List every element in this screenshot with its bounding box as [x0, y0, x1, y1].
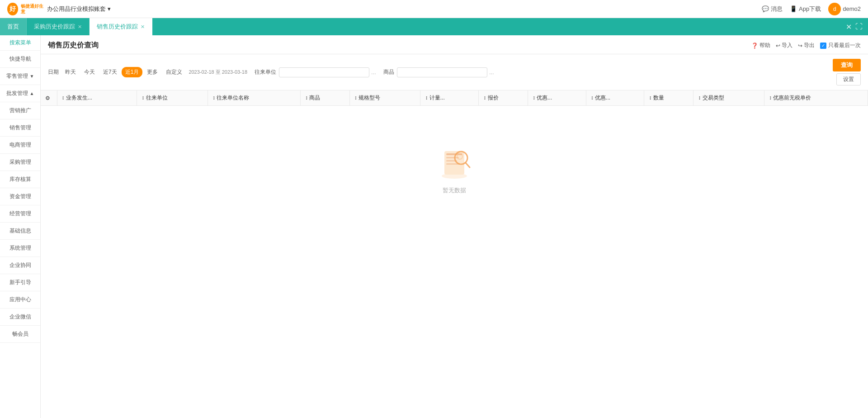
sidebar-ecommerce-mgmt-label: 电商管理: [9, 141, 31, 149]
import-button[interactable]: ↩ 导入: [776, 42, 793, 49]
sidebar-item-system-mgmt[interactable]: 系统管理: [0, 240, 40, 257]
sidebar-item-inventory[interactable]: 库存核算: [0, 171, 40, 188]
th-quote-price[interactable]: ↕ 报价: [479, 90, 528, 106]
app-download-button[interactable]: 📱 App下载: [790, 5, 821, 13]
th-partner-code[interactable]: ↕ 往来单位: [137, 90, 208, 106]
partner-input[interactable]: [279, 67, 369, 77]
th-discount2[interactable]: ↕ 优惠...: [586, 90, 644, 106]
sidebar-item-sales-mgmt[interactable]: 销售管理: [0, 119, 40, 137]
date-filter-group: 日期 昨天 今天 近7天 近1月 更多 自定义 2023-02-18 至 202…: [48, 67, 247, 77]
sidebar-sales-mgmt-label: 销售管理: [9, 124, 31, 132]
msg-button[interactable]: 💬 消息: [762, 5, 783, 13]
goods-filter-group: 商品 ...: [383, 67, 494, 77]
filter-right: 查询 设置: [833, 59, 861, 86]
export-button[interactable]: ↪ 导出: [798, 42, 815, 49]
sidebar-item-enterprise-coop[interactable]: 企业协同: [0, 257, 40, 274]
goods-input[interactable]: [397, 67, 487, 77]
sidebar-item-ecommerce-mgmt[interactable]: 电商管理: [0, 137, 40, 154]
header-left: 好 畅捷通好生意 办公用品行业模拟账套 ▾: [7, 3, 111, 15]
user-avatar-button[interactable]: d demo2: [828, 3, 861, 15]
tab-purchase-history[interactable]: 采购历史价跟踪 ✕: [27, 18, 90, 35]
partner-dots[interactable]: ...: [371, 69, 376, 76]
date-btn-1month[interactable]: 近1月: [122, 67, 143, 77]
empty-text: 暂无数据: [443, 186, 466, 195]
tab-home[interactable]: 首页: [0, 18, 27, 35]
th-unit[interactable]: ↕ 计量...: [420, 90, 479, 106]
svg-line-7: [466, 163, 470, 167]
sidebar-item-ops-mgmt[interactable]: 经营管理: [0, 205, 40, 223]
sidebar-new-guide-label: 新手引导: [9, 279, 31, 286]
date-btn-today[interactable]: 今天: [80, 67, 99, 77]
th-settings[interactable]: ⚙: [41, 90, 57, 106]
tab-sales-history-close[interactable]: ✕: [141, 24, 145, 30]
sidebar-item-marketing[interactable]: 营销推广: [0, 102, 40, 119]
workspace-selector[interactable]: 办公用品行业模拟账套 ▾: [47, 5, 111, 13]
th-trade-type[interactable]: ↕ 交易类型: [693, 90, 764, 106]
th-discount2-label: ↕ 优惠...: [591, 95, 610, 101]
only-last-wrapper[interactable]: ✓ 只看最后一次: [820, 42, 861, 49]
th-pre-tax-price[interactable]: ↕ 优惠前无税单价: [764, 90, 868, 106]
sidebar-quick-nav-label: 快捷导航: [9, 55, 31, 63]
th-discount1-label: ↕ 优惠...: [533, 95, 552, 101]
query-button[interactable]: 查询: [833, 59, 861, 71]
import-icon: ↩: [776, 43, 780, 49]
retail-mgmt-arrow-icon: ▼: [30, 74, 34, 79]
th-pre-tax-price-label: ↕ 优惠前无税单价: [769, 95, 811, 101]
date-filter-label: 日期: [48, 68, 59, 76]
sidebar-item-basic-info[interactable]: 基础信息: [0, 223, 40, 240]
date-btn-custom[interactable]: 自定义: [162, 67, 186, 77]
sidebar: 搜索菜单 快捷导航 零售管理 ▼ 批发管理 ▲ 营销推广 销售管理 电商管理 采…: [0, 35, 41, 418]
date-btn-7days[interactable]: 近7天: [99, 67, 121, 77]
date-btn-yesterday[interactable]: 昨天: [61, 67, 80, 77]
tab-purchase-history-label: 采购历史价跟踪: [34, 23, 75, 31]
help-button[interactable]: ❓ 帮助: [751, 42, 770, 49]
sidebar-item-finance-mgmt[interactable]: 资金管理: [0, 188, 40, 205]
tab-close-all-button[interactable]: ✕: [846, 23, 852, 31]
partner-filter-group: 往来单位 ...: [255, 67, 376, 77]
only-last-checkbox[interactable]: ✓: [820, 43, 826, 49]
sidebar-enterprise-wechat-label: 企业微信: [9, 313, 31, 321]
date-btn-more[interactable]: 更多: [143, 67, 161, 77]
goods-filter-label: 商品: [383, 68, 394, 76]
app-label: App下载: [799, 5, 821, 13]
th-discount1[interactable]: ↕ 优惠...: [528, 90, 586, 106]
app-icon: 📱: [790, 5, 797, 12]
partner-filter-label: 往来单位: [255, 68, 276, 76]
th-partner-name[interactable]: ↕ 往来单位名称: [208, 90, 301, 106]
goods-dots[interactable]: ...: [489, 69, 494, 76]
import-label: 导入: [782, 42, 793, 49]
sidebar-item-purchase-mgmt[interactable]: 采购管理: [0, 154, 40, 171]
tab-sales-history[interactable]: 销售历史价跟踪 ✕: [90, 18, 152, 35]
sidebar-item-wholesale-mgmt[interactable]: 批发管理 ▲: [0, 85, 40, 102]
tab-purchase-history-close[interactable]: ✕: [78, 24, 82, 30]
tab-sales-history-label: 销售历史价跟踪: [97, 23, 138, 31]
avatar: d: [828, 3, 841, 15]
partner-input-wrap: ...: [279, 67, 376, 77]
th-unit-label: ↕ 计量...: [425, 95, 444, 101]
th-spec[interactable]: ↕ 规格型号: [349, 90, 420, 106]
sidebar-system-mgmt-label: 系统管理: [9, 244, 31, 252]
export-icon: ↪: [798, 43, 802, 49]
th-quantity[interactable]: ↕ 数量: [644, 90, 693, 106]
sidebar-item-quick-nav[interactable]: 快捷导航: [0, 51, 40, 68]
data-table: ⚙ ↕ 业务发生... ↕ 往来单位 ↕ 往来单位名称 ↕ 商品: [41, 90, 868, 106]
page-header: 销售历史价查询 ❓ 帮助 ↩ 导入 ↪ 导出 ✓ 只看最后一次: [41, 35, 868, 54]
table-header-row: ⚙ ↕ 业务发生... ↕ 往来单位 ↕ 往来单位名称 ↕ 商品: [41, 90, 868, 106]
setting-button[interactable]: 设置: [836, 73, 861, 86]
sidebar-member-label: 畅会员: [12, 330, 28, 338]
msg-icon: 💬: [762, 5, 769, 12]
sidebar-item-new-guide[interactable]: 新手引导: [0, 274, 40, 291]
tab-maximize-button[interactable]: ⛶: [855, 23, 863, 31]
page-title: 销售历史价查询: [48, 41, 99, 50]
sidebar-item-enterprise-wechat[interactable]: 企业微信: [0, 309, 40, 326]
msg-label: 消息: [771, 5, 783, 13]
sidebar-item-search-menu[interactable]: 搜索菜单: [0, 35, 40, 51]
sidebar-item-retail-mgmt[interactable]: 零售管理 ▼: [0, 68, 40, 85]
sidebar-purchase-mgmt-label: 采购管理: [9, 158, 31, 166]
sidebar-item-app-center[interactable]: 应用中心: [0, 291, 40, 309]
th-goods[interactable]: ↕ 商品: [300, 90, 349, 106]
empty-illustration: [432, 142, 477, 183]
th-biz-date[interactable]: ↕ 业务发生...: [57, 90, 137, 106]
sidebar-item-member[interactable]: 畅会员: [0, 326, 40, 343]
main-layout: 搜索菜单 快捷导航 零售管理 ▼ 批发管理 ▲ 营销推广 销售管理 电商管理 采…: [0, 35, 868, 418]
